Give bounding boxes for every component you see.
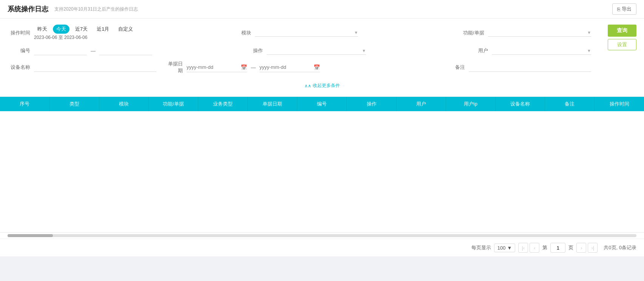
prev-page-button[interactable]: ‹ (530, 243, 539, 253)
date-end-wrapper: 📅 (259, 63, 320, 72)
table-header-cell: 序号 (0, 97, 49, 111)
table-header-cell: 编号 (297, 97, 347, 111)
time-option-7days[interactable]: 近7天 (72, 25, 91, 34)
device-label: 设备名称 (8, 64, 34, 71)
collapse-label: 收起更多条件 (313, 82, 340, 89)
table-header-cell: 类型 (49, 97, 99, 111)
data-table: 序号类型模块功能/单据业务类型单据日期编号操作用户用户ip设备名称备注操作时间 (0, 97, 644, 111)
serial-end-input[interactable] (99, 46, 152, 55)
table-header-cell: 模块 (99, 97, 148, 111)
filter-panel: 操作时间 昨天 今天 近7天 近1月 自定义 2023-06-06 至 2023… (0, 19, 644, 97)
table-header-cell: 操作 (347, 97, 396, 111)
func-select[interactable]: ▼ (488, 29, 591, 37)
collapse-button[interactable]: ∧∧ 收起更多条件 (304, 82, 340, 89)
page-title: 系统操作日志 (8, 5, 48, 14)
date-sep: — (247, 65, 259, 70)
note-label: 备注 (442, 64, 469, 71)
export-icon: ⎘ (617, 6, 620, 12)
user-dropdown-icon: ▼ (587, 48, 591, 53)
settings-button[interactable]: 设置 (608, 39, 636, 50)
table-header: 序号类型模块功能/单据业务类型单据日期编号操作用户用户ip设备名称备注操作时间 (0, 97, 644, 111)
table-container: 序号类型模块功能/单据业务类型单据日期编号操作用户用户ip设备名称备注操作时间 (0, 97, 644, 232)
op-select[interactable]: ▼ (267, 47, 366, 55)
page-size-arrow: ▼ (507, 245, 512, 251)
time-date-range: 2023-06-06 至 2023-06-06 (34, 34, 136, 41)
device-input[interactable] (34, 63, 156, 72)
scrollbar-track[interactable] (8, 234, 636, 237)
filter-row-3: 设备名称 单据日期 📅 — 📅 备注 (8, 61, 636, 74)
module-select[interactable]: ▼ (255, 29, 358, 37)
time-wrapper: 昨天 今天 近7天 近1月 自定义 2023-06-06 至 2023-06-0… (34, 25, 136, 41)
table-header-cell: 单据日期 (248, 97, 297, 111)
op-label: 操作 (252, 47, 267, 54)
table-header-cell: 用户ip (446, 97, 495, 111)
user-select[interactable]: ▼ (492, 47, 591, 55)
filter-row-2: 编号 — 操作 ▼ 用户 ▼ (8, 46, 636, 55)
time-options: 昨天 今天 近7天 近1月 自定义 (34, 25, 136, 34)
table-header-cell: 操作时间 (595, 97, 644, 111)
pagination: 每页显示 100 ▼ |‹ ‹ 第 页 › ›| 共0页, 0条记录 (0, 239, 644, 256)
voucher-date-label: 单据日期 (164, 61, 187, 74)
per-page-label: 每页显示 (471, 244, 491, 251)
calendar-end-icon[interactable]: 📅 (314, 64, 320, 70)
date-start-input[interactable] (187, 64, 239, 70)
total-label: 共0页, 0条记录 (604, 244, 636, 251)
page-label: 第 (541, 244, 549, 251)
export-button[interactable]: ⎘ 导出 (612, 3, 636, 15)
page-header: 系统操作日志 支持2020年10月31日之后产生的操作日志 ⎘ 导出 (0, 0, 644, 19)
last-page-button[interactable]: ›| (588, 243, 598, 253)
func-label: 功能/单据 (462, 29, 488, 36)
page-size-value: 100 (497, 245, 506, 251)
query-button[interactable]: 查询 (608, 25, 636, 37)
serial-label: 编号 (8, 47, 34, 54)
table-header-cell: 功能/单据 (148, 97, 198, 111)
table-header-cell: 备注 (545, 97, 595, 111)
note-input[interactable] (469, 63, 591, 72)
func-dropdown-icon: ▼ (587, 30, 591, 35)
time-label: 操作时间 (8, 29, 34, 36)
page-number-input[interactable] (550, 243, 565, 253)
table-header-cell: 设备名称 (495, 97, 545, 111)
module-dropdown-icon: ▼ (354, 30, 358, 35)
op-dropdown-icon: ▼ (362, 48, 366, 53)
first-page-button[interactable]: |‹ (518, 243, 528, 253)
collapse-icon: ∧∧ (304, 83, 311, 88)
date-end-input[interactable] (259, 64, 312, 70)
time-option-custom[interactable]: 自定义 (115, 25, 136, 34)
date-start-wrapper: 📅 (187, 63, 247, 72)
filter-row-1: 操作时间 昨天 今天 近7天 近1月 自定义 2023-06-06 至 2023… (8, 25, 636, 41)
page-unit: 页 (567, 244, 575, 251)
time-option-1month[interactable]: 近1月 (93, 25, 113, 34)
time-option-today[interactable]: 今天 (53, 25, 69, 34)
page-size-select[interactable]: 100 ▼ (494, 244, 516, 252)
action-buttons: 查询 设置 (608, 25, 636, 50)
serial-start-input[interactable] (34, 46, 87, 55)
empty-area (0, 111, 644, 232)
serial-sep: — (87, 48, 99, 54)
module-label: 模块 (240, 29, 255, 36)
time-option-yesterday[interactable]: 昨天 (34, 25, 51, 34)
collapse-bar[interactable]: ∧∧ 收起更多条件 (8, 79, 636, 90)
next-page-button[interactable]: › (576, 243, 586, 253)
calendar-start-icon[interactable]: 📅 (241, 64, 247, 70)
scrollbar-thumb[interactable] (8, 234, 53, 237)
page-subtitle: 支持2020年10月31日之后产生的操作日志 (54, 6, 138, 12)
scrollbar-area (0, 232, 644, 239)
header-row: 序号类型模块功能/单据业务类型单据日期编号操作用户用户ip设备名称备注操作时间 (0, 97, 644, 111)
user-label: 用户 (465, 47, 492, 54)
table-header-cell: 用户 (396, 97, 446, 111)
pagination-nav: |‹ ‹ 第 页 › ›| (518, 243, 598, 253)
table-header-cell: 业务类型 (198, 97, 248, 111)
